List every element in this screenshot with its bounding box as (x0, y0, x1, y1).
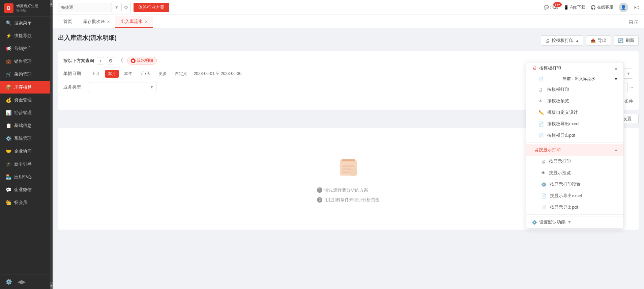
template-preview-label: 按模板预览 (547, 98, 569, 104)
empty-tips: 1 请先选择要分析的方案 2 用[过滤]条件来缩小分析范围 (317, 186, 379, 204)
tab-inout-close[interactable]: ✕ (145, 20, 148, 24)
purchase-icon: 🛒 (5, 71, 11, 77)
svg-point-6 (349, 168, 357, 176)
sidebar-item-appstore[interactable]: 🏪 应用中心 (0, 170, 50, 183)
tab-minimize-icon[interactable]: ⊟ (628, 19, 633, 25)
sidebar-logo: B 畅捷通好生意 标准版 (0, 0, 50, 17)
filter-business-select[interactable] (89, 82, 156, 92)
filter-flow-tag-label: 流水明细 (137, 58, 153, 63)
tab-home-label: 首页 (63, 19, 72, 25)
topbar: ▼ ⚙ 体验行业方案 💬 消息 99+ 📱 App下载 🎧 在线客服 👤 Rit (53, 0, 644, 15)
avatar[interactable]: 👤 (619, 3, 628, 12)
display-pdf-item[interactable]: 📄 按显示导出pdf (526, 202, 623, 213)
filter-date-custom[interactable]: 自定义 (172, 70, 190, 78)
template-print-item-label: 按模板打印 (547, 86, 569, 93)
display-print-section-icon: 🖨 (534, 148, 539, 153)
sidebar-item-finance[interactable]: 💰 资金管理 (0, 94, 50, 106)
sidebar-label-inventory: 库存核算 (14, 84, 32, 90)
filter-warehouse-more[interactable]: ··· (629, 84, 633, 90)
sidebar-label-purchase: 采购管理 (14, 71, 32, 77)
sidebar-bottom: ⚙️ ◀▶ (0, 274, 50, 289)
dropdown-divider (526, 142, 623, 143)
dropdown-footer[interactable]: ⚙️ 设置默认功能 ▼ (526, 216, 623, 228)
message-icon: 💬 (544, 5, 549, 10)
vip-icon: 👑 (5, 200, 11, 206)
sidebar-item-system[interactable]: ⚙️ 系统管理 (0, 132, 50, 145)
display-section-arrow: ▲ (614, 148, 618, 152)
export-btn[interactable]: 📤 导出 (586, 35, 611, 46)
topbar-search-dropdown-icon[interactable]: ▼ (115, 5, 119, 10)
sidebar-item-basic[interactable]: 📋 基础信息 (0, 119, 50, 132)
username-label[interactable]: Rit (634, 5, 639, 10)
filter-date-7days[interactable]: 近7天 (138, 70, 153, 78)
sidebar-item-guide[interactable]: 🎓 新手引导 (0, 158, 50, 170)
sidebar-item-inventory[interactable]: 📦 库存核算 (0, 81, 50, 94)
settings-bottom-icon[interactable]: ⚙️ (5, 279, 12, 285)
trial-btn[interactable]: 体验行业方案 (134, 3, 169, 12)
display-print-icon: 🖨 (541, 159, 546, 164)
template-print-section-header[interactable]: 🖨 按模板打印 ▲ (526, 62, 623, 74)
refresh-btn[interactable]: 🔄 刷新 (614, 35, 639, 46)
filter-date-more[interactable]: 更多 (156, 70, 170, 78)
display-preview-icon: 👁 (541, 170, 546, 176)
sidebar-item-sales[interactable]: 💼 销售管理 (0, 55, 50, 68)
sidebar-item-marketing[interactable]: 📢 营销推广 (0, 42, 50, 55)
display-excel-item[interactable]: 📄 按显示导出excel (526, 190, 623, 202)
sidebar-item-purchase[interactable]: 🛒 采购管理 (0, 68, 50, 81)
print-dropdown-arrow[interactable]: ▲ (576, 39, 579, 43)
filter-date-this-month[interactable]: 本月 (105, 70, 119, 78)
filter-business-label: 业务类型 (63, 84, 84, 90)
template-preview-item[interactable]: 👁 按模板预览 (526, 95, 623, 107)
filter-tag-icon (131, 58, 136, 63)
search-icon: 🔍 (5, 20, 11, 26)
display-preview-item[interactable]: 👁 按显示预览 (526, 167, 623, 179)
template-excel-item[interactable]: 📄 按模板导出excel (526, 118, 623, 130)
topbar-search-input[interactable] (58, 3, 112, 12)
display-setting-item[interactable]: ⚙️ 按显示打印设置 (526, 179, 623, 190)
sidebar-item-quick-nav[interactable]: ⚡ 快捷导航 (0, 29, 50, 42)
display-print-section-header[interactable]: 🖨 按显示打印 ▲ (526, 144, 623, 156)
topbar-gear-btn[interactable]: ⚙ (121, 3, 131, 12)
filter-date-last-month[interactable]: 上月 (89, 70, 103, 78)
sidebar-item-corp[interactable]: 🤝 企业协同 (0, 145, 50, 158)
template-print-item[interactable]: 🖨 按模板打印 (526, 84, 623, 95)
tab-home[interactable]: 首页 (58, 16, 78, 28)
tab-batch[interactable]: 库存批次账 ✕ (78, 16, 115, 28)
sidebar-label-quick-nav: 快捷导航 (14, 33, 32, 39)
marketing-icon: 📢 (5, 46, 11, 52)
filter-flow-tag[interactable]: 流水明细 (127, 57, 157, 64)
collapse-sidebar-icon[interactable]: ◀▶ (18, 279, 26, 285)
scroll-down-btn[interactable]: ▼ (50, 282, 53, 289)
sidebar-label-guide: 新手引导 (14, 161, 32, 167)
sidebar-item-wechat[interactable]: 💬 企业微信 (0, 183, 50, 196)
dropdown-preview-icon: 👁 (538, 99, 544, 104)
print-template-btn[interactable]: 🖨 按模板打印 ▲ (541, 35, 583, 46)
tab-inout[interactable]: 出入库流水 ✕ (115, 16, 153, 28)
footer-icon: ⚙️ (532, 220, 537, 225)
template-pdf-item[interactable]: 📄 按模板导出pdf (526, 130, 623, 141)
sidebar-label-basic: 基础信息 (14, 123, 32, 129)
default-func-btn[interactable]: ⚙️ 设置默认功能 ▼ (532, 219, 572, 225)
print-icon: 🖨 (545, 38, 550, 43)
service-icon: 🎧 (591, 5, 596, 10)
filter-add-btn[interactable]: + (97, 57, 104, 64)
sidebar-item-vip[interactable]: 👑 畅会员 (0, 196, 50, 209)
template-design-item[interactable]: ✏️ 模板自定义设计 (526, 107, 623, 118)
sales-icon: 💼 (5, 58, 11, 64)
sidebar-item-search[interactable]: 🔍 搜索菜单 (0, 17, 50, 29)
display-print-item[interactable]: 🖨 按显示打印 (526, 156, 623, 167)
tab-bar: 首页 库存批次账 ✕ 出入库流水 ✕ ⊟ ⊡ (53, 15, 644, 28)
default-func-label: 设置默认功能 (539, 219, 565, 225)
display-print-section-label: 按显示打印 (539, 147, 561, 153)
display-pdf-icon: 📄 (541, 205, 547, 210)
message-btn[interactable]: 💬 消息 99+ (544, 4, 558, 10)
tab-batch-close[interactable]: ✕ (107, 20, 110, 24)
app-download-btn[interactable]: 📱 App下载 (564, 4, 585, 10)
online-service-btn[interactable]: 🎧 在线客服 (591, 4, 613, 10)
tab-expand-icon[interactable]: ⊡ (634, 19, 639, 25)
filter-setting-btn[interactable]: ⚙ (107, 57, 114, 64)
scroll-up-btn[interactable]: ▲ (50, 0, 53, 7)
filter-date-this-year[interactable]: 本年 (121, 70, 135, 78)
sidebar-item-operations[interactable]: 📊 经营管理 (0, 106, 50, 119)
filter-collapse-btn[interactable]: 《 (117, 57, 124, 64)
